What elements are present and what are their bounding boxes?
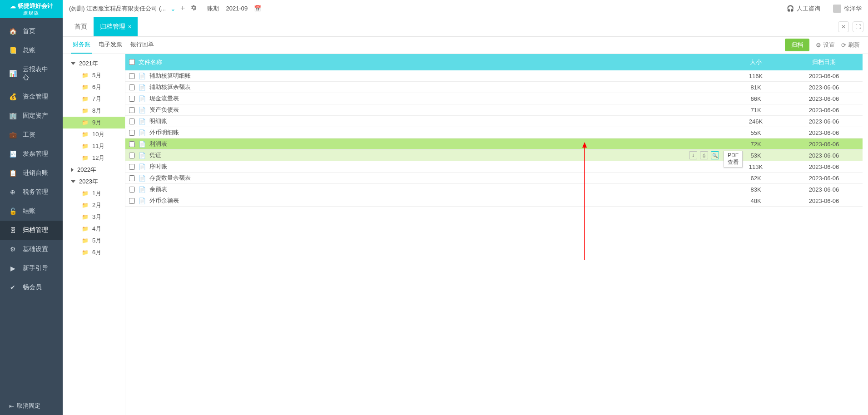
sidebar-item-3[interactable]: 💰资金管理 [0,87,63,106]
sidebar-item-7[interactable]: 📋进销台账 [0,163,63,183]
user-menu[interactable]: 徐泽华 [833,5,862,13]
file-name: 序时账 [149,163,167,171]
nav-icon: 📋 [9,169,16,177]
tree-month-2-1[interactable]: 📁2月 [63,199,125,211]
sidebar-item-2[interactable]: 📊云报表中心 [0,60,63,87]
view-pdf-icon[interactable]: 🔍 [711,151,719,159]
sub-tab-0[interactable]: 财务账 [71,37,92,54]
table-row[interactable]: 📄资产负债表71K2023-06-06 [125,104,863,116]
table-row[interactable]: 📄外币余额表48K2023-06-06 [125,195,863,207]
pdf-view-tooltip: PDF查看 [724,151,743,168]
add-company-button[interactable]: + [180,4,185,13]
company-name[interactable]: (勿删) 江西服宝精品有限责任公司 (... [69,5,166,13]
tree-month-2-3[interactable]: 📁4月 [63,223,125,235]
chevron-down-icon[interactable]: ⌄ [170,5,176,12]
sub-tab-2[interactable]: 银行回单 [129,37,156,54]
company-settings-icon[interactable] [190,4,197,13]
close-icon[interactable]: × [128,24,131,30]
row-checkbox[interactable] [129,73,135,79]
tree-month-0-3[interactable]: 📁8月 [63,105,125,117]
tree-month-0-2[interactable]: 📁7月 [63,93,125,105]
table-row[interactable]: 📄外币明细账55K2023-06-06 [125,127,863,138]
tree-month-0-4[interactable]: 📁9月 [63,117,125,128]
cloud-icon: ☁ [10,3,16,10]
sub-tab-1[interactable]: 电子发票 [97,37,124,54]
table-row[interactable]: 📄余额表83K2023-06-06 [125,184,863,195]
nav-icon: 💼 [9,131,16,138]
support-button[interactable]: 🎧 人工咨询 [787,5,820,13]
tree-year-2[interactable]: 2023年 [63,176,125,188]
sidebar-item-12[interactable]: ▶新手引导 [0,259,63,278]
row-checkbox[interactable] [129,119,135,124]
settings-action[interactable]: ⚙ 设置 [816,41,835,49]
sidebar-item-8[interactable]: ⊕税务管理 [0,183,63,202]
table-row[interactable]: 📄利润表72K2023-06-06 [125,138,863,150]
tree-month-0-6[interactable]: 📁11月 [63,140,125,152]
row-checkbox[interactable] [129,96,135,102]
file-date: 2023-06-06 [785,70,863,82]
sidebar-item-5[interactable]: 💼工资 [0,125,63,144]
file-name: 余额表 [149,185,167,193]
sidebar-item-10[interactable]: 🗄归档管理 [0,221,63,240]
pin-icon: ⇤ [9,403,14,410]
archive-button[interactable]: 归档 [785,39,809,51]
tree-month-2-4[interactable]: 📁5月 [63,235,125,247]
file-date: 2023-06-06 [785,116,863,127]
file-size: 81K [726,82,785,93]
refresh-action[interactable]: ⟳ 刷新 [841,41,860,49]
brand-logo: ☁畅捷通好会计 旗舰版 [0,0,63,18]
table-row[interactable]: 📄存货数量余额表62K2023-06-06 [125,173,863,184]
month-label: 4月 [92,225,101,233]
row-checkbox[interactable] [129,164,135,170]
sidebar-item-11[interactable]: ⚙基础设置 [0,240,63,259]
row-checkbox[interactable] [129,84,135,90]
tree-month-0-5[interactable]: 📁10月 [63,128,125,140]
page-tab-0[interactable]: 首页 [68,17,94,36]
tree-month-2-2[interactable]: 📁3月 [63,211,125,223]
tree-month-2-5[interactable]: 📁6月 [63,247,125,258]
file-date: 2023-06-06 [785,150,863,161]
nav-label: 总账 [23,46,35,54]
row-checkbox[interactable] [129,175,135,181]
download-excel-icon[interactable]: ⤓ [689,151,697,159]
file-icon: 📄 [139,107,146,114]
sidebar-item-0[interactable]: 🏠首页 [0,22,63,41]
folder-icon: 📁 [82,237,89,244]
main-area: (勿删) 江西服宝精品有限责任公司 (... ⌄ + 账期 2021-09 📅 … [63,0,868,415]
table-row[interactable]: 📄序时账113K2023-06-06 [125,161,863,173]
row-checkbox[interactable] [129,141,135,147]
tree-month-0-0[interactable]: 📁5月 [63,69,125,81]
page-tab-1[interactable]: 归档管理 × [94,17,138,36]
table-row[interactable]: 📄现金流量表66K2023-06-06 [125,93,863,104]
calendar-icon[interactable]: 📅 [254,5,261,12]
select-all-checkbox[interactable] [129,59,135,65]
row-checkbox[interactable] [129,198,135,204]
period-value[interactable]: 2021-09 [226,5,248,12]
sidebar-item-9[interactable]: 🔓结账 [0,202,63,221]
unpin-button[interactable]: ⇤ 取消固定 [0,397,63,415]
row-checkbox[interactable] [129,107,135,113]
sidebar-item-6[interactable]: 🧾发票管理 [0,144,63,163]
file-name: 外币余额表 [149,197,179,205]
tree-year-0[interactable]: 2021年 [63,58,125,69]
tree-month-2-0[interactable]: 📁1月 [63,188,125,199]
support-label: 人工咨询 [797,5,820,13]
table-row[interactable]: 📄辅助核算余额表81K2023-06-06 [125,82,863,93]
row-checkbox[interactable] [129,130,135,136]
table-row[interactable]: 📄凭证⤓⎙🔍PDF查看53K2023-06-06 [125,150,863,161]
row-checkbox[interactable] [129,187,135,193]
tree-year-1[interactable]: 2022年 [63,164,125,176]
table-row[interactable]: 📄辅助核算明细账116K2023-06-06 [125,70,863,82]
tree-month-0-1[interactable]: 📁6月 [63,81,125,93]
table-row[interactable]: 📄明细账246K2023-06-06 [125,116,863,127]
sidebar-item-1[interactable]: 📒总账 [0,41,63,60]
folder-icon: 📁 [82,155,89,161]
sidebar-item-13[interactable]: ✔畅会员 [0,278,63,297]
fullscreen-button[interactable]: ⛶ [853,21,863,32]
file-name: 辅助核算余额表 [149,83,191,91]
sidebar-item-4[interactable]: 🏢固定资产 [0,106,63,125]
row-checkbox[interactable] [129,153,135,158]
download-pdf-icon[interactable]: ⎙ [700,151,708,159]
tree-month-0-7[interactable]: 📁12月 [63,152,125,164]
close-tab-button[interactable]: ✕ [838,21,849,32]
